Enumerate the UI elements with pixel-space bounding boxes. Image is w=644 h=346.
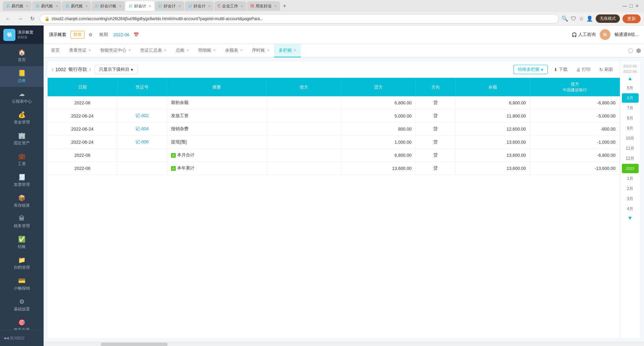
page-tab-voucher[interactable]: 查看凭证 × <box>64 44 96 57</box>
tab-close-vsum[interactable]: × <box>164 48 166 53</box>
refresh-button[interactable]: ↻ 刷新 <box>597 65 616 74</box>
archive-icon: 📁 <box>18 256 25 264</box>
no-trace-button[interactable]: 无痕模式 <box>596 14 620 23</box>
tab-close-3[interactable]: × <box>86 4 88 8</box>
month-item-aug[interactable]: 8月 <box>622 113 639 123</box>
horizontal-scrollbar[interactable] <box>44 342 644 346</box>
tab-haohuiji-4[interactable]: 好 好会计账 × <box>92 1 124 11</box>
new-tab-button[interactable]: + <box>281 2 289 10</box>
tab-close-9[interactable]: × <box>274 4 276 8</box>
sidebar-item-ledger[interactable]: 📒 总账 <box>0 66 44 87</box>
page-tab-general-ledger[interactable]: 总账 × <box>171 44 194 57</box>
sidebar-item-inventory[interactable]: 📦 库存核算 <box>0 191 44 212</box>
sidebar-item-salary[interactable]: 💼 工资 <box>0 149 44 170</box>
month-item-jul[interactable]: 7月 <box>622 103 639 113</box>
consult-button[interactable]: 🎧 人工咨询 <box>572 32 596 38</box>
next-account-button[interactable]: › <box>89 66 91 72</box>
page-tab-smart-voucher[interactable]: 智能凭证中心 × <box>96 44 136 57</box>
sidebar-item-reports[interactable]: ☁ 云报表中心 <box>0 87 44 108</box>
tab-yidaizhang-3[interactable]: 易 易代账 × <box>62 1 91 11</box>
tab-close-chrono[interactable]: × <box>267 48 269 53</box>
voucher-link[interactable]: 记-004 <box>136 126 149 131</box>
tab-close-1[interactable]: × <box>26 4 28 8</box>
month-item-sep[interactable]: 9月 <box>622 123 639 133</box>
sidebar-item-label-home: 首页 <box>18 57 26 63</box>
month-item-feb[interactable]: 2月 <box>622 184 639 193</box>
profile-icon[interactable]: 👤 <box>586 15 593 22</box>
tab-close-7[interactable]: × <box>208 4 210 8</box>
month-item-mar[interactable]: 3月 <box>622 194 639 203</box>
tab-yonyou-9[interactable]: 用 用友好业 × <box>247 1 280 11</box>
demo-badge[interactable]: 禁用 <box>70 31 85 39</box>
maximize-button[interactable]: □ <box>630 3 633 9</box>
calendar-icon[interactable]: 📅 <box>133 32 139 37</box>
sidebar-item-home[interactable]: 🏠 首页 <box>0 45 44 66</box>
month-item-apr[interactable]: 4月 <box>622 204 639 213</box>
period-value[interactable]: 2022-06 <box>113 32 129 37</box>
tab-close-8[interactable]: × <box>241 4 243 8</box>
tab-close-gl[interactable]: × <box>186 48 189 53</box>
minimize-button[interactable]: ─ <box>623 3 627 10</box>
tab-close-4[interactable]: × <box>119 4 121 8</box>
sidebar-item-close[interactable]: ✅ 结账 <box>0 232 44 253</box>
sidebar-item-settings[interactable]: ⚙ 基础设置 <box>0 295 44 315</box>
tab-close-bal[interactable]: × <box>240 48 243 53</box>
filter-button[interactable]: 只显示下级科目 ▾ <box>95 65 138 74</box>
sidebar-item-guide[interactable]: 🎯 新手引导 <box>0 315 44 330</box>
tab-close-5[interactable]: × <box>149 4 151 8</box>
unfix-button[interactable]: ◀◀ 取消固定 <box>1 334 42 343</box>
tab-haohuiji-5[interactable]: 好 好会计 × <box>125 1 154 11</box>
star-icon[interactable]: ☆ <box>579 15 584 22</box>
page-tab-multi-column[interactable]: 多栏账 × <box>274 44 301 57</box>
voucher-link[interactable]: 记-006 <box>136 139 149 144</box>
update-button[interactable]: 更新 <box>623 14 641 23</box>
settings-icon[interactable]: ⚙ <box>89 32 93 37</box>
tab-yidaizhang-1[interactable]: 易 易代账 × <box>3 1 32 11</box>
tab-enterprise-8[interactable]: C 企业工作 × <box>214 1 246 11</box>
tab-haohuiji-6[interactable]: 好 好会计 × <box>155 1 184 11</box>
tab-close-smart[interactable]: × <box>128 48 131 53</box>
page-tab-chrono[interactable]: 序时账 × <box>247 44 274 57</box>
month-item-nov[interactable]: 11月 <box>622 144 639 153</box>
month-item-jan[interactable]: 1月 <box>622 174 639 183</box>
cell-credit: 1,000.00 <box>341 136 416 149</box>
tab-close-dl[interactable]: × <box>213 48 216 53</box>
url-input[interactable]: 🔒 cloud2.chanjet.com/accounting/uh26t264… <box>40 14 559 23</box>
page-tab-voucher-summary[interactable]: 凭证汇总表 × <box>136 44 171 57</box>
back-button[interactable]: ← <box>3 14 13 23</box>
month-scroll-down-button[interactable]: ▼ <box>628 215 633 221</box>
voucher-link[interactable]: 记-002 <box>136 113 149 118</box>
forward-button[interactable]: → <box>15 14 25 23</box>
page-tab-detail-ledger[interactable]: 明细账 × <box>194 44 220 57</box>
tab-close-2[interactable]: × <box>56 4 58 8</box>
refresh-button[interactable]: ↻ <box>28 14 37 23</box>
sidebar-item-expense[interactable]: 💳 小畅报销 <box>0 274 44 295</box>
sidebar-item-assets[interactable]: 🏢 固定资产 <box>0 129 44 149</box>
sidebar-item-funds[interactable]: 💰 资金管理 <box>0 108 44 129</box>
sidebar-item-archive[interactable]: 📁 归档管理 <box>0 253 44 274</box>
close-button[interactable]: × <box>636 3 639 9</box>
sidebar-item-tax[interactable]: 🏛 税务管理 <box>0 212 44 232</box>
tab-yidaizhang-2[interactable]: 易 易代账 × <box>32 1 61 11</box>
cell-balance: 6,800.00 <box>455 96 530 109</box>
tab-expand-icon[interactable]: ⬢ <box>636 47 641 54</box>
month-item-jun[interactable]: 6月 <box>622 93 639 103</box>
tab-close-multi[interactable]: × <box>294 48 296 53</box>
tab-haohuiji-7[interactable]: 好 好会计 × <box>185 1 214 11</box>
shield-icon[interactable]: 🛡 <box>571 16 576 22</box>
sidebar-item-invoice[interactable]: 🧾 发票管理 <box>0 170 44 191</box>
page-tab-home[interactable]: 首页 <box>46 44 64 57</box>
tab-collapse-icon[interactable]: ⬡ <box>628 47 633 54</box>
print-button[interactable]: 🖨 打印 <box>574 65 593 74</box>
page-tab-balance[interactable]: 余额表 × <box>220 44 247 57</box>
download-button[interactable]: ⬇ 下载 <box>551 65 570 74</box>
special-column-button[interactable]: 特殊多栏账 ▾ <box>514 65 548 74</box>
prev-account-button[interactable]: ‹ <box>52 66 53 72</box>
month-scroll-up-button[interactable]: ▲ <box>628 76 633 82</box>
tab-close-6[interactable]: × <box>178 4 180 8</box>
month-item-may[interactable]: 5月 <box>622 83 639 93</box>
search-icon[interactable]: 🔍 <box>561 15 568 22</box>
tab-close-voucher[interactable]: × <box>89 48 91 53</box>
month-item-oct[interactable]: 10月 <box>622 134 639 143</box>
month-item-dec[interactable]: 12月 <box>622 154 639 163</box>
